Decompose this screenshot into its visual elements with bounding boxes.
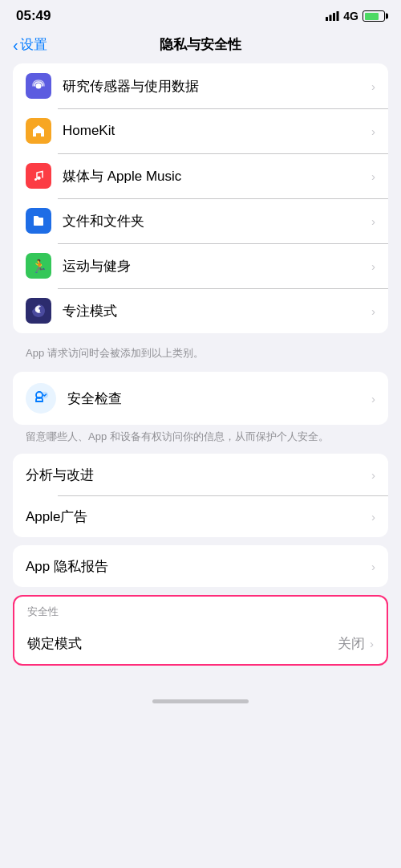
- battery-icon: [363, 10, 385, 22]
- list-item[interactable]: HomeKit ›: [13, 108, 388, 153]
- privacy-report-item[interactable]: App 隐私报告 ›: [13, 545, 388, 587]
- chevron-icon: ›: [371, 214, 375, 228]
- analytics-ads-group: 分析与改进 › Apple广告 ›: [13, 454, 388, 537]
- music-icon: [26, 163, 51, 189]
- privacy-report-group: App 隐私报告 ›: [13, 545, 388, 587]
- lockdown-value: 关闭: [338, 634, 365, 653]
- security-check-icon: [26, 383, 56, 414]
- homekit-label: HomeKit: [63, 123, 365, 139]
- battery-fill: [365, 13, 379, 20]
- content-area: 研究传感器与使用数据 › HomeKit › 媒体: [0, 63, 401, 666]
- back-arrow-icon: ‹: [13, 37, 18, 53]
- svg-rect-2: [333, 13, 335, 21]
- chevron-icon: ›: [371, 259, 375, 273]
- status-icons: 4G: [326, 10, 385, 22]
- list-item[interactable]: 🏃 运动与健身 ›: [13, 243, 388, 288]
- chevron-icon: ›: [371, 560, 375, 573]
- home-bar: [152, 699, 249, 703]
- svg-rect-0: [326, 17, 328, 21]
- svg-rect-1: [330, 15, 332, 22]
- files-icon: [26, 208, 51, 234]
- security-check-label: 安全检查: [67, 389, 365, 408]
- back-button[interactable]: ‹ 设置: [13, 35, 47, 54]
- svg-point-5: [38, 177, 41, 180]
- list-item[interactable]: 媒体与 Apple Music ›: [13, 153, 388, 198]
- svg-rect-3: [337, 11, 339, 21]
- status-bar: 05:49 4G: [0, 0, 401, 29]
- chevron-icon: ›: [371, 79, 375, 93]
- chevron-icon: ›: [371, 468, 375, 482]
- security-check-card: 安全检查 ›: [13, 372, 388, 425]
- chevron-icon: ›: [371, 304, 375, 318]
- privacy-report-label: App 隐私报告: [26, 557, 365, 576]
- chevron-icon: ›: [371, 392, 375, 405]
- app-categories-group: 研究传感器与使用数据 › HomeKit › 媒体: [13, 63, 388, 333]
- ads-label: Apple广告: [26, 507, 365, 526]
- music-label: 媒体与 Apple Music: [63, 167, 365, 185]
- list-item[interactable]: 文件和文件夹 ›: [13, 198, 388, 243]
- sensor-label: 研究传感器与使用数据: [63, 77, 365, 96]
- nav-bar: ‹ 设置 隐私与安全性: [0, 29, 401, 63]
- focus-label: 专注模式: [63, 302, 365, 320]
- safety-section-label: 安全性: [14, 597, 387, 622]
- homekit-icon: [26, 118, 51, 144]
- analytics-item[interactable]: 分析与改进 ›: [13, 454, 388, 495]
- fitness-icon: 🏃: [26, 253, 51, 279]
- security-check-item[interactable]: 安全检查 ›: [13, 372, 388, 425]
- list-item[interactable]: 研究传感器与使用数据 ›: [13, 63, 388, 108]
- svg-point-4: [36, 84, 42, 89]
- signal-icon: [326, 11, 339, 21]
- lockdown-item[interactable]: 锁定模式 关闭 ›: [14, 622, 387, 664]
- status-time: 05:49: [16, 8, 51, 24]
- sensor-icon: [26, 73, 51, 99]
- ads-item[interactable]: Apple广告 ›: [13, 495, 388, 537]
- chevron-icon: ›: [371, 124, 375, 138]
- files-label: 文件和文件夹: [63, 212, 365, 230]
- list-item[interactable]: 专注模式 ›: [13, 288, 388, 333]
- network-type: 4G: [343, 10, 358, 22]
- svg-text:🏃: 🏃: [31, 259, 47, 274]
- security-check-note: 留意哪些人、App 和设备有权访问你的信息，从而保护个人安全。: [13, 430, 388, 454]
- home-indicator: [0, 690, 401, 708]
- focus-icon: [26, 298, 51, 324]
- back-label: 设置: [20, 35, 47, 54]
- analytics-label: 分析与改进: [26, 466, 365, 484]
- page-title: 隐私与安全性: [160, 35, 241, 54]
- lockdown-label: 锁定模式: [27, 634, 338, 653]
- safety-section: 安全性 锁定模式 关闭 ›: [13, 595, 388, 666]
- chevron-icon: ›: [371, 169, 375, 183]
- chevron-icon: ›: [371, 510, 375, 524]
- fitness-label: 运动与健身: [63, 257, 365, 275]
- chevron-icon: ›: [370, 637, 374, 650]
- categories-note: App 请求访问时会被添加到以上类别。: [13, 341, 388, 372]
